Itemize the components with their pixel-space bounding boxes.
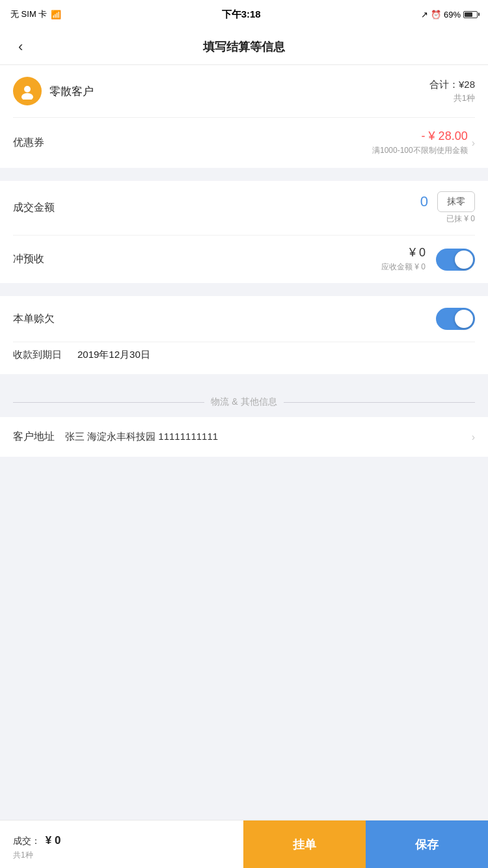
page-title: 填写结算等信息 (203, 39, 285, 55)
deal-amount-row: 成交金额 0 抹零 已抹 ¥ 0 (13, 181, 475, 236)
battery-percent: 69% (444, 10, 461, 20)
bottom-spacer (0, 463, 488, 515)
main-content: 零散客户 合计：¥28 共1种 优惠券 - ¥ 28.00 满1000-100不… (0, 65, 488, 563)
prepay-right: ¥ 0 应收金额 ¥ 0 (381, 246, 475, 273)
logistics-line-left (13, 402, 204, 403)
due-date-label: 收款到期日 (13, 349, 62, 361)
coupon-row[interactable]: 优惠券 - ¥ 28.00 满1000-100不限制使用金额 › (13, 118, 475, 168)
deal-amount-label: 成交金额 (13, 201, 55, 215)
customer-card: 零散客户 合计：¥28 共1种 优惠券 - ¥ 28.00 满1000-100不… (0, 65, 488, 168)
footer-count: 共1种 (13, 850, 230, 861)
coupon-desc: 满1000-100不限制使用金额 (372, 145, 468, 156)
logistics-section: 物流 & 其他信息 (0, 387, 488, 417)
alarm-icon: ⏰ (431, 10, 441, 20)
total-count: 共1种 (429, 92, 475, 104)
prepay-amounts: ¥ 0 应收金额 ¥ 0 (381, 246, 426, 273)
hang-order-button[interactable]: 挂单 (243, 821, 366, 869)
section-gap-2 (0, 290, 488, 296)
logistics-label: 物流 & 其他信息 (211, 396, 277, 408)
location-icon: ↗ (421, 10, 428, 20)
deal-amount-value[interactable]: 0 (409, 193, 428, 210)
prepay-main-amount: ¥ 0 (381, 246, 426, 260)
footer-deal-line: 成交： ¥ 0 (13, 828, 230, 848)
battery-icon (463, 11, 478, 18)
prepay-row: 冲预收 ¥ 0 应收金额 ¥ 0 (13, 236, 475, 283)
save-button[interactable]: 保存 (366, 821, 488, 869)
logistics-line-right (284, 402, 475, 403)
address-value: 张三 海淀永丰科技园 11111111111 (65, 431, 465, 443)
status-time: 下午3:18 (222, 8, 261, 21)
no-sim-text: 无 SIM 卡 (10, 8, 47, 20)
debt-toggle-thumb (455, 310, 473, 328)
due-date-value[interactable]: 2019年12月30日 (77, 349, 150, 361)
avatar (13, 77, 42, 105)
status-bar: 无 SIM 卡 📶 下午3:18 ↗ ⏰ 69% (0, 0, 488, 29)
nav-bar: ‹ 填写结算等信息 (0, 29, 488, 65)
status-right: ↗ ⏰ 69% (421, 10, 478, 20)
address-label: 客户地址 (13, 430, 59, 444)
section-gap-3 (0, 381, 488, 387)
round-zero-button[interactable]: 抹零 (437, 191, 475, 212)
customer-row: 零散客户 合计：¥28 共1种 (13, 65, 475, 117)
customer-left: 零散客户 (13, 77, 94, 105)
debt-card: 本单赊欠 收款到期日 2019年12月30日 (0, 296, 488, 374)
back-button[interactable]: ‹ (13, 33, 28, 61)
footer: 成交： ¥ 0 共1种 挂单 保存 (0, 820, 488, 868)
debt-label: 本单赊欠 (13, 312, 55, 326)
debt-row: 本单赊欠 (13, 296, 475, 342)
prepay-label: 冲预收 (13, 252, 44, 266)
coupon-chevron-icon: › (472, 137, 475, 149)
prepay-toggle[interactable] (436, 249, 475, 271)
address-card: 客户地址 张三 海淀永丰科技园 11111111111 › (0, 417, 488, 457)
status-left: 无 SIM 卡 📶 (10, 8, 61, 20)
customer-name: 零散客户 (49, 84, 94, 99)
address-chevron-icon: › (472, 431, 475, 443)
section-gap-1 (0, 174, 488, 181)
wifi-icon: 📶 (51, 10, 61, 20)
footer-deal-amount: ¥ 0 (46, 834, 61, 847)
toggle-thumb (455, 251, 473, 269)
coupon-right: - ¥ 28.00 满1000-100不限制使用金额 (372, 129, 468, 156)
footer-deal-label: 成交： (13, 835, 40, 846)
coupon-label: 优惠券 (13, 136, 44, 150)
prepay-sub-amount: 应收金额 ¥ 0 (381, 262, 426, 273)
transaction-card: 成交金额 0 抹零 已抹 ¥ 0 冲预收 ¥ 0 应收金额 ¥ 0 (0, 181, 488, 283)
coupon-discount: - ¥ 28.00 (372, 129, 468, 143)
due-date-row: 收款到期日 2019年12月30日 (13, 342, 475, 374)
debt-toggle[interactable] (436, 308, 475, 330)
deal-amount-right: 0 抹零 (409, 191, 475, 212)
svg-point-1 (21, 93, 33, 100)
address-row[interactable]: 客户地址 张三 海淀永丰科技园 11111111111 › (13, 417, 475, 457)
svg-point-0 (24, 86, 31, 92)
customer-right: 合计：¥28 共1种 (429, 79, 475, 104)
footer-info: 成交： ¥ 0 共1种 (0, 828, 243, 861)
total-amount: 合计：¥28 (429, 79, 475, 91)
deal-amount-sub: 已抹 ¥ 0 (409, 213, 475, 224)
